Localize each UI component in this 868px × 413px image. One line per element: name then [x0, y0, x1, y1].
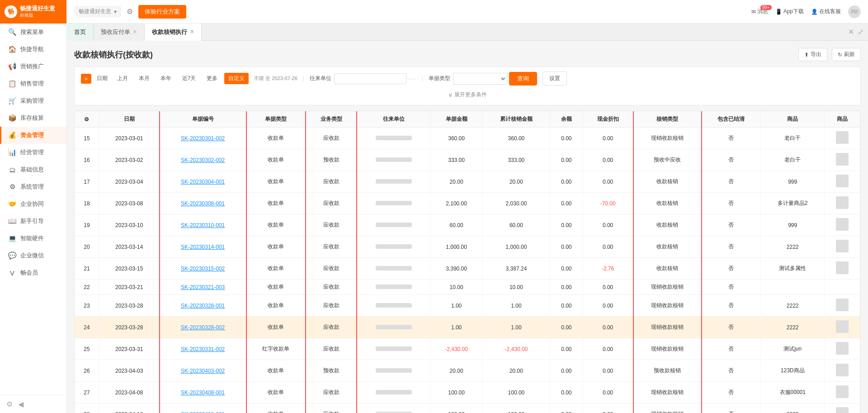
table-header-row: ⚙ 日期 单据编号 单据类型 业务类型 往来单位 单据金额 累计核销金额 余额 …: [75, 111, 860, 128]
th-date[interactable]: 日期: [99, 111, 159, 128]
app-download-button[interactable]: 📱 App下载: [775, 8, 804, 15]
code-link[interactable]: SK-20230328-001: [181, 303, 225, 309]
code-link[interactable]: SK-20230418-001: [181, 411, 225, 413]
code-link[interactable]: SK-20230304-001: [181, 179, 225, 185]
corp-icon: 🤝: [8, 200, 17, 208]
td-cumulative: 2,030.00: [482, 193, 550, 214]
code-link[interactable]: SK-20230403-002: [181, 368, 225, 374]
footer-collapse-icon[interactable]: ◀: [18, 400, 24, 408]
th-code[interactable]: 单据编号: [160, 111, 246, 128]
tab-home[interactable]: 首页: [67, 24, 94, 41]
th-bill-type[interactable]: 单据类型: [246, 111, 306, 128]
online-service-button[interactable]: 👤 在线客服: [811, 8, 841, 15]
th-unit[interactable]: 往来单位: [357, 111, 430, 128]
code-link[interactable]: SK-20230315-002: [181, 266, 225, 272]
topbar-gear-icon[interactable]: ⚙: [127, 7, 133, 16]
unit-expand-button[interactable]: ···: [409, 76, 416, 82]
unit-input[interactable]: [334, 73, 406, 84]
table-row: 19 2023-03-10 SK-20230310-001 收款单 应收款 60…: [75, 214, 860, 236]
table-row: 23 2023-03-28 SK-20230328-001 收款单 应收款 1.…: [75, 295, 860, 317]
sidebar-item-corp[interactable]: 🤝 企业协同: [0, 195, 66, 213]
filter-date-this-month[interactable]: 本月: [135, 73, 154, 84]
footer-settings-icon[interactable]: ⚙: [6, 400, 13, 408]
filter-expand-button[interactable]: ∨ 展开更多条件: [445, 89, 491, 100]
code-link[interactable]: SK-20230328-002: [181, 324, 225, 331]
td-biz-type: 应收款: [306, 128, 357, 149]
filter-date-more[interactable]: 更多: [203, 73, 222, 84]
filter-date-range: 不限 至 2023-07-26: [254, 75, 297, 82]
code-link[interactable]: SK-20230308-001: [181, 200, 225, 207]
td-cumulative: 20.00: [482, 360, 550, 382]
th-product2[interactable]: 商品: [825, 111, 860, 128]
td-code: SK-20230304-001: [160, 171, 246, 193]
sidebar-item-search[interactable]: 🔍 搜索菜单: [0, 24, 66, 41]
filter-date-custom[interactable]: 自定义: [224, 73, 249, 84]
tab-close-all-icon[interactable]: ✕: [848, 28, 854, 36]
sidebar-item-basics[interactable]: 🗂 基础信息: [0, 161, 66, 178]
td-product: 测试多属性: [761, 258, 825, 280]
guide-icon: 📖: [8, 217, 17, 225]
code-link[interactable]: SK-20230408-001: [181, 389, 225, 396]
td-product: [761, 280, 825, 295]
filter-date-7days[interactable]: 近7天: [178, 73, 200, 84]
sidebar-item-system[interactable]: ⚙ 系统管理: [0, 178, 66, 195]
filter-collapse-button[interactable]: »: [81, 74, 91, 84]
settings-button[interactable]: 设置: [542, 71, 567, 85]
code-link[interactable]: SK-20230310-001: [181, 222, 225, 228]
code-link[interactable]: SK-20230331-002: [181, 346, 225, 352]
th-product1[interactable]: 商品: [761, 111, 825, 128]
td-product: 老白干: [761, 128, 825, 149]
tab-receipt[interactable]: 收款核销执行 ✕: [145, 24, 202, 41]
td-date: 2023-03-28: [99, 295, 159, 317]
sidebar-item-hardware[interactable]: 💻 智能硬件: [0, 230, 66, 247]
user-avatar[interactable]: Rit: [848, 5, 861, 18]
sidebar-item-quick-nav[interactable]: 🏠 快捷导航: [0, 41, 66, 58]
td-product: 2222: [761, 295, 825, 317]
sidebar-item-operations[interactable]: 📊 经营管理: [0, 144, 66, 161]
td-cash-discount: 0.00: [583, 382, 633, 404]
th-balance[interactable]: 余额: [550, 111, 583, 128]
code-link[interactable]: SK-20230314-001: [181, 244, 225, 250]
th-included[interactable]: 包含已结清: [702, 111, 761, 128]
th-settings[interactable]: ⚙: [75, 111, 99, 128]
sidebar-item-marketing[interactable]: 📢 营销推广: [0, 58, 66, 75]
td-balance: 0.00: [550, 236, 583, 258]
tab-receipt-close-icon[interactable]: ✕: [190, 29, 194, 35]
industry-solution-button[interactable]: 体验行业方案: [138, 5, 186, 19]
th-amount[interactable]: 单据金额: [430, 111, 482, 128]
td-write-off: 现销收款核销: [633, 280, 702, 295]
code-link[interactable]: SK-20230301-002: [181, 135, 225, 142]
tab-prepay[interactable]: 预收应付单 ✕: [94, 24, 145, 41]
td-balance: 0.00: [550, 149, 583, 171]
topbar-brand[interactable]: 畅捷通好生意 ▾: [74, 6, 121, 17]
td-code: SK-20230328-002: [160, 317, 246, 338]
code-link[interactable]: SK-20230302-002: [181, 157, 225, 163]
sidebar-item-wechat[interactable]: 💬 企业微信: [0, 247, 66, 264]
filter-date-last-month[interactable]: 上月: [113, 73, 132, 84]
export-button[interactable]: ⬆ 导出: [798, 48, 827, 61]
notification-button[interactable]: ✉ 消息 99+: [751, 8, 768, 15]
th-write-off[interactable]: 核销类型: [633, 111, 702, 128]
sidebar-item-purchase[interactable]: 🛒 采购管理: [0, 92, 66, 109]
sidebar-item-sales[interactable]: 📋 销售管理: [0, 75, 66, 92]
table-row: 24 2023-03-28 SK-20230328-002 收款单 应收款 1.…: [75, 317, 860, 338]
sidebar-item-inventory[interactable]: 📦 库存核算: [0, 109, 66, 127]
th-biz-type[interactable]: 业务类型: [306, 111, 357, 128]
code-link[interactable]: SK-20230321-003: [181, 284, 225, 290]
th-cash-discount[interactable]: 现金折扣: [583, 111, 633, 128]
refresh-button[interactable]: ↻ 刷新: [832, 48, 861, 61]
type-select[interactable]: [453, 73, 507, 85]
sidebar-item-finance[interactable]: 💰 资金管理: [0, 127, 66, 144]
td-amount: 100.00: [430, 382, 482, 404]
tab-prepay-close-icon[interactable]: ✕: [133, 29, 137, 35]
filter-date-this-year[interactable]: 本年: [156, 73, 175, 84]
table-row: 18 2023-03-08 SK-20230308-001 收款单 应收款 2,…: [75, 193, 860, 214]
sidebar-item-member[interactable]: V 畅会员: [0, 264, 66, 281]
query-button[interactable]: 查询: [509, 72, 537, 85]
tab-expand-icon[interactable]: ⤢: [858, 28, 863, 36]
sidebar-item-guide[interactable]: 📖 新手引导: [0, 213, 66, 230]
th-cumulative[interactable]: 累计核销金额: [482, 111, 550, 128]
date-label: 日期: [97, 75, 108, 82]
td-write-off: 现销收款核销: [633, 128, 702, 149]
td-included: 否: [702, 338, 761, 360]
